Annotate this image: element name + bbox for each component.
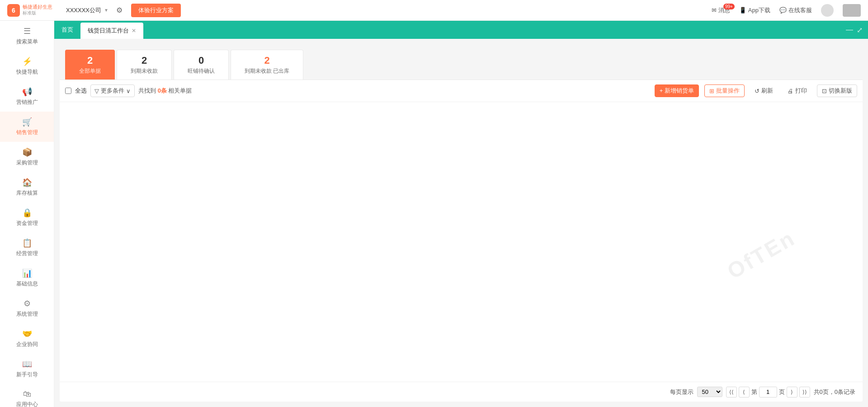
- message-badge: 99+: [723, 4, 735, 9]
- summary-tab-count-3: 2: [245, 55, 289, 66]
- sidebar-item-4[interactable]: 📦 采购管理: [0, 142, 54, 172]
- summary-tab-3[interactable]: 2 到期未收款 已出库: [231, 50, 303, 80]
- app-download-label: App下载: [748, 6, 770, 14]
- page-first-button[interactable]: ⟨⟨: [726, 387, 737, 398]
- main-content: 2 全部单据 2 到期未收款 0 旺铺待确认 2 到期未收款 已出库 全选 ▽ …: [54, 39, 868, 407]
- page-total: 共0页，0条记录: [814, 388, 855, 396]
- app-download-button[interactable]: 📱 App下载: [739, 6, 770, 14]
- company-name: XXXXXX公司: [66, 6, 101, 14]
- summary-tab-count-2: 0: [188, 55, 215, 66]
- toolbar-left: 全选 ▽ 更多条件 ∨ 共找到 0条 相关单据: [65, 84, 192, 97]
- per-page-label: 每页显示: [670, 388, 693, 396]
- batch-operation-button[interactable]: ⊞ 批量操作: [704, 84, 745, 97]
- select-all-label: 全选: [75, 87, 87, 95]
- page-last-button[interactable]: ⟩⟩: [799, 387, 810, 398]
- avatar[interactable]: [821, 4, 834, 17]
- select-all-checkbox[interactable]: [65, 88, 71, 94]
- summary-tab-1[interactable]: 2 到期未收款: [117, 50, 172, 80]
- logo-area: 6 畅捷通好生意 标准版: [7, 4, 61, 17]
- summary-tab-2[interactable]: 0 旺铺待确认: [174, 50, 229, 80]
- tab-expand-icon[interactable]: ⤢: [857, 26, 863, 34]
- company-dropdown-icon: ▼: [104, 8, 108, 13]
- sidebar-item-6[interactable]: 🔒 资金管理: [0, 202, 54, 233]
- sidebar-item-1[interactable]: ⚡ 快捷导航: [0, 51, 54, 81]
- settings-icon[interactable]: ⚙: [113, 4, 126, 17]
- sidebar-label-6: 资金管理: [16, 220, 38, 227]
- sidebar-label-2: 营销推广: [16, 98, 38, 106]
- switch-version-button[interactable]: ⊡ 切换新版: [817, 84, 857, 97]
- tab-workbench[interactable]: 钱货日清工作台 ✕: [80, 23, 143, 39]
- batch-icon: ⊞: [709, 88, 714, 94]
- page-nav: ⟨⟨ ⟨ 第 页 ⟩ ⟩⟩: [726, 387, 810, 398]
- sidebar-item-5[interactable]: 🏠 库存核算: [0, 172, 54, 202]
- sidebar-label-9: 系统管理: [16, 310, 38, 318]
- sidebar-icon-6: 🔒: [22, 208, 32, 218]
- sidebar-item-11[interactable]: 📖 新手引导: [0, 354, 54, 384]
- sidebar-icon-8: 📊: [22, 268, 32, 278]
- sidebar-label-10: 企业协同: [16, 341, 38, 348]
- sidebar-label-12: 应用中心: [16, 401, 38, 407]
- sidebar-icon-0: ☰: [24, 26, 31, 36]
- sidebar-icon-2: 📢: [22, 87, 32, 97]
- toolbar: 全选 ▽ 更多条件 ∨ 共找到 0条 相关单据 + 新增销货: [60, 80, 863, 102]
- tab-minimize-icon[interactable]: —: [846, 26, 853, 34]
- header-right: ✉ 消息 99+ 📱 App下载 💬 在线客服: [712, 4, 861, 17]
- sidebar-label-3: 销售管理: [16, 129, 38, 136]
- sidebar-icon-4: 📦: [22, 147, 32, 157]
- sidebar-icon-5: 🏠: [22, 178, 32, 187]
- sidebar-icon-9: ⚙: [24, 299, 31, 309]
- sidebar-label-0: 搜索菜单: [16, 38, 38, 46]
- sidebar-icon-1: ⚡: [22, 56, 32, 66]
- summary-tabs: 2 全部单据 2 到期未收款 0 旺铺待确认 2 到期未收款 已出库: [60, 44, 863, 80]
- summary-tab-0[interactable]: 2 全部单据: [65, 50, 115, 80]
- add-sale-button[interactable]: + 新增销货单: [655, 84, 699, 97]
- found-text: 共找到 0条 相关单据: [138, 87, 192, 95]
- per-page-select[interactable]: 102050100: [697, 387, 722, 397]
- pagination: 每页显示 102050100 ⟨⟨ ⟨ 第 页 ⟩ ⟩⟩ 共0页，0条记录: [60, 382, 863, 402]
- sidebar-icon-10: 🤝: [22, 329, 32, 339]
- trial-button[interactable]: 体验行业方案: [131, 4, 181, 17]
- sidebar-item-2[interactable]: 📢 营销推广: [0, 81, 54, 112]
- sidebar-label-7: 经营管理: [16, 250, 38, 257]
- tab-close-icon[interactable]: ✕: [132, 28, 136, 34]
- sidebar-item-12[interactable]: 🛍 应用中心: [0, 384, 54, 407]
- page-prev-button[interactable]: ⟨: [739, 387, 750, 398]
- avatar-extra[interactable]: [843, 4, 861, 17]
- logo-subtitle: 标准版: [23, 10, 52, 16]
- sidebar-label-5: 库存核算: [16, 189, 38, 197]
- logo-icon: 6: [7, 4, 20, 17]
- logo-title: 畅捷通好生意: [23, 4, 52, 10]
- summary-tab-count-0: 2: [79, 55, 101, 66]
- sidebar-label-4: 采购管理: [16, 159, 38, 167]
- online-service-label: 在线客服: [788, 6, 812, 14]
- sidebar: ☰ 搜索菜单 ⚡ 快捷导航 📢 营销推广 🛒 销售管理 📦 采购管理 🏠 库存核…: [0, 21, 54, 407]
- top-header: 6 畅捷通好生意 标准版 XXXXXX公司 ▼ ⚙ 体验行业方案 ✉ 消息 99…: [0, 0, 868, 21]
- message-button[interactable]: ✉ 消息 99+: [712, 6, 730, 14]
- online-service-button[interactable]: 💬 在线客服: [779, 6, 812, 14]
- sidebar-icon-3: 🛒: [22, 117, 32, 127]
- sidebar-item-9[interactable]: ⚙ 系统管理: [0, 293, 54, 323]
- refresh-icon: ↺: [755, 88, 760, 94]
- summary-tab-label-0: 全部单据: [79, 67, 101, 75]
- page-input[interactable]: [759, 387, 777, 398]
- refresh-button[interactable]: ↺ 刷新: [750, 85, 778, 97]
- content-inner: 2 全部单据 2 到期未收款 0 旺铺待确认 2 到期未收款 已出库 全选 ▽ …: [60, 44, 863, 402]
- sidebar-label-11: 新手引导: [16, 371, 38, 379]
- sidebar-item-0[interactable]: ☰ 搜索菜单: [0, 21, 54, 51]
- page-next-button[interactable]: ⟩: [787, 387, 797, 398]
- page-label: 第: [751, 388, 757, 396]
- tab-home[interactable]: 首页: [54, 21, 80, 39]
- sidebar-label-1: 快捷导航: [16, 68, 38, 76]
- sidebar-icon-11: 📖: [22, 359, 32, 369]
- sidebar-item-10[interactable]: 🤝 企业协同: [0, 323, 54, 354]
- tab-controls: — ⤢: [846, 21, 868, 39]
- sidebar-item-7[interactable]: 📋 经营管理: [0, 233, 54, 263]
- tab-bar: 首页 钱货日清工作台 ✕ — ⤢: [54, 21, 868, 39]
- sidebar-item-3[interactable]: 🛒 销售管理: [0, 112, 54, 142]
- print-button[interactable]: 🖨 打印: [783, 85, 811, 97]
- sidebar-item-8[interactable]: 📊 基础信息: [0, 263, 54, 293]
- filter-dropdown-icon: ∨: [126, 88, 131, 94]
- summary-tab-label-2: 旺铺待确认: [188, 67, 215, 75]
- company-selector[interactable]: XXXXXX公司 ▼: [66, 6, 108, 14]
- filter-button[interactable]: ▽ 更多条件 ∨: [90, 84, 135, 97]
